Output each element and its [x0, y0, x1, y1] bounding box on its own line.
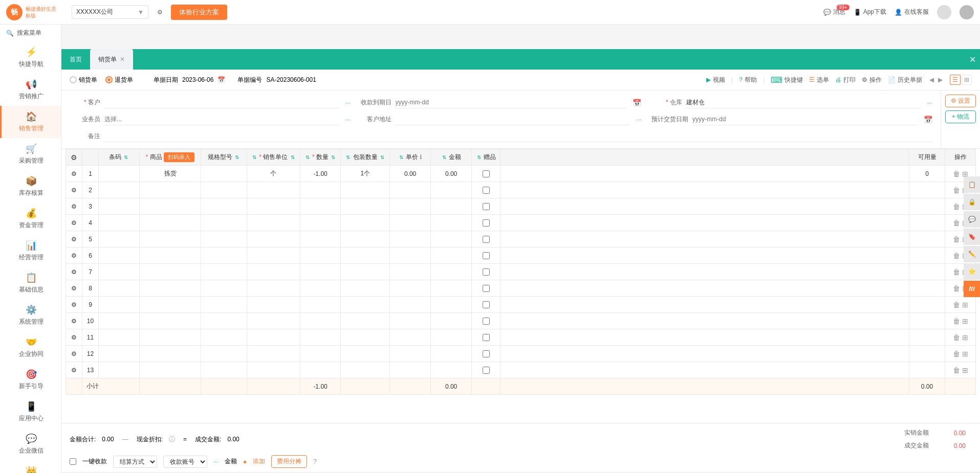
sidebar-item-operations[interactable]: 📊 经营管理	[0, 235, 61, 267]
unit-sort2-icon[interactable]: ⇅	[291, 154, 295, 160]
salesperson-select-icon[interactable]: ···	[345, 116, 351, 123]
close-window-icon[interactable]: ✕	[969, 55, 976, 64]
gift-checkbox[interactable]	[483, 203, 490, 210]
sidebar-item-enterprise[interactable]: 🤝 企业协同	[0, 331, 61, 364]
gift-checkbox[interactable]	[483, 285, 490, 292]
gift-checkbox[interactable]	[483, 350, 490, 357]
delete-icon[interactable]: 🗑	[953, 350, 960, 358]
sidebar-item-quick-nav[interactable]: ⚡ 快捷导航	[0, 41, 61, 74]
qty-sort-icon[interactable]: ⇅	[306, 154, 310, 160]
right-float-btn-2[interactable]: 🔒	[964, 194, 980, 210]
delete-icon[interactable]: 🗑	[953, 301, 960, 309]
customer-address-input[interactable]	[396, 114, 630, 125]
spec-sort-icon[interactable]: ⇅	[235, 154, 239, 160]
row-price-1[interactable]: 0.00	[390, 166, 431, 182]
row-gear-1[interactable]: ⚙	[66, 166, 82, 182]
pack-sort2-icon[interactable]: ⇅	[380, 154, 384, 160]
company-selector[interactable]: XXXXXX公司 ▼	[72, 5, 148, 19]
calendar-icon[interactable]: 📅	[217, 76, 225, 83]
app-download-button[interactable]: 📱 App下载	[854, 8, 886, 16]
radio-return[interactable]: 退货单	[105, 76, 133, 84]
tab-sales-order[interactable]: 销货单 ✕	[90, 49, 133, 70]
delete-icon[interactable]: 🗑	[953, 219, 960, 227]
gift-checkbox[interactable]	[483, 236, 490, 243]
sidebar-item-member[interactable]: 👑 畅会员	[0, 460, 61, 473]
row-barcode-1[interactable]	[99, 166, 140, 182]
right-float-btn-7[interactable]: Itl	[964, 281, 980, 297]
search-menu[interactable]: 🔍 搜索菜单	[0, 25, 61, 41]
copy-icon[interactable]: ⊞	[962, 333, 968, 342]
row-gift-1[interactable]	[472, 166, 500, 182]
copy-icon[interactable]: ⊞	[962, 317, 968, 325]
price-info-icon[interactable]: ℹ	[420, 153, 422, 161]
th-gear[interactable]: ⚙	[66, 149, 82, 166]
form-settings-button[interactable]: ⚙ 设置	[945, 95, 976, 107]
online-service-button[interactable]: 👤 在线客服	[895, 8, 929, 16]
barcode-sort-icon[interactable]: ⇅	[124, 154, 128, 160]
warehouse-input[interactable]	[686, 97, 921, 108]
gift-checkbox-1[interactable]	[483, 170, 490, 177]
sidebar-item-finance[interactable]: 💰 资金管理	[0, 202, 61, 235]
shortcut-action[interactable]: ⌨ 快捷键	[771, 75, 803, 85]
due-date-input[interactable]	[396, 97, 627, 108]
row-gear[interactable]: ⚙	[66, 182, 82, 198]
gift-checkbox[interactable]	[483, 367, 490, 374]
delete-icon[interactable]: 🗑	[953, 202, 960, 211]
settings-icon[interactable]: ⚙	[153, 5, 167, 19]
copy-icon[interactable]: ⊞	[962, 301, 968, 309]
gift-checkbox[interactable]	[483, 334, 490, 341]
pack-sort-icon[interactable]: ⇅	[346, 154, 350, 160]
sidebar-item-guide[interactable]: 🎯 新手引导	[0, 364, 61, 396]
add-button[interactable]: 添加	[253, 457, 265, 466]
delete-icon[interactable]: 🗑	[953, 268, 960, 276]
row-qty-1[interactable]: -1.00	[300, 166, 341, 182]
message-button[interactable]: 💬 消息 99+	[823, 8, 845, 16]
right-float-btn-1[interactable]: 📋	[964, 176, 980, 193]
list-view-btn[interactable]: ☰	[950, 75, 961, 85]
sidebar-item-inventory[interactable]: 📦 库存核算	[0, 170, 61, 202]
row-gear[interactable]: ⚙	[66, 198, 82, 215]
tab-home[interactable]: 首页	[61, 49, 90, 70]
unit-sort-icon[interactable]: ⇅	[252, 154, 256, 160]
sidebar-item-app-center[interactable]: 📱 应用中心	[0, 396, 61, 428]
next-arrow[interactable]: ▶	[937, 76, 944, 83]
form-logistics-button[interactable]: + 物流	[945, 110, 976, 123]
customer-select-icon[interactable]: ···	[345, 99, 351, 106]
sidebar-item-marketing[interactable]: 📢 营销推广	[0, 74, 61, 106]
warehouse-select-icon[interactable]: ···	[927, 99, 932, 106]
operation-action[interactable]: ⚙ 操作	[862, 76, 882, 84]
gift-checkbox[interactable]	[483, 187, 490, 194]
salesperson-input[interactable]	[104, 114, 339, 125]
payment-method-select[interactable]: 结算方式	[113, 456, 157, 468]
row-spec-1[interactable]	[201, 166, 247, 182]
row-gear[interactable]: ⚙	[66, 297, 82, 313]
sidebar-item-basic-info[interactable]: 📋 基础信息	[0, 267, 61, 299]
row-gear[interactable]: ⚙	[66, 362, 82, 378]
right-float-btn-4[interactable]: 🔖	[964, 229, 980, 245]
one-click-pay-checkbox[interactable]	[70, 458, 76, 465]
delete-icon-1[interactable]: 🗑	[953, 170, 960, 178]
sidebar-item-sales[interactable]: 🏠 销售管理	[0, 106, 61, 138]
qty-sort2-icon[interactable]: ⇅	[331, 154, 335, 160]
expected-date-input[interactable]	[692, 114, 918, 125]
delete-icon[interactable]: 🗑	[953, 235, 960, 243]
row-gear[interactable]: ⚙	[66, 247, 82, 264]
sidebar-item-system[interactable]: ⚙️ 系统管理	[0, 299, 61, 331]
dots-icon[interactable]: ···	[213, 458, 219, 465]
avatar[interactable]	[937, 5, 951, 19]
delete-icon[interactable]: 🗑	[953, 333, 960, 342]
row-gear[interactable]: ⚙	[66, 264, 82, 280]
gift-checkbox[interactable]	[483, 268, 490, 276]
radio-sales[interactable]: 销货单	[70, 76, 97, 84]
gift-checkbox[interactable]	[483, 318, 490, 325]
amount-sort-icon[interactable]: ⇅	[442, 154, 446, 160]
prev-arrow[interactable]: ◀	[928, 76, 935, 83]
copy-icon[interactable]: ⊞	[962, 350, 968, 358]
history-action[interactable]: 📄 历史单据	[888, 76, 922, 84]
row-gear[interactable]: ⚙	[66, 313, 82, 329]
row-amount-1[interactable]: 0.00	[431, 166, 472, 182]
expense-button[interactable]: 费用分摊	[271, 455, 307, 468]
delete-icon[interactable]: 🗑	[953, 317, 960, 325]
delete-icon[interactable]: 🗑	[953, 366, 960, 374]
address-select-icon[interactable]: ···	[636, 116, 641, 123]
